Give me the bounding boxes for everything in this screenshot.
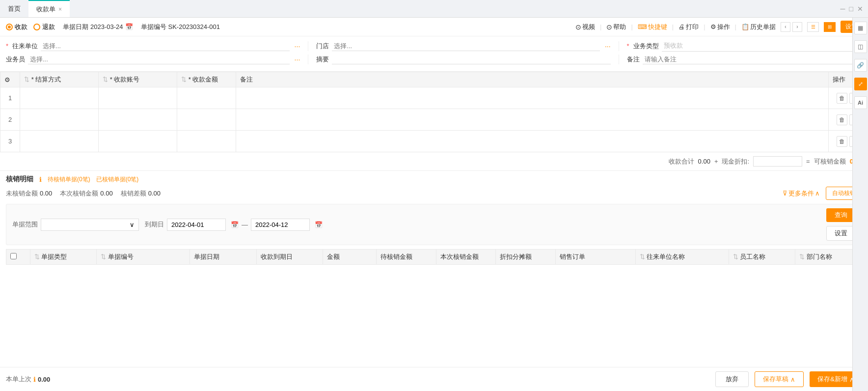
diff-label: 核销差额 [121,189,146,198]
salesman-more-icon[interactable]: ··· [295,56,300,63]
tab-home[interactable]: 首页 [0,0,28,17]
radio-receive[interactable]: 收款 [6,23,27,31]
row-1-remark[interactable] [236,87,829,109]
biz-type-select[interactable]: 预收款 ∨ [662,40,862,52]
row-3-delete-btn[interactable]: 🗑 [837,136,847,147]
due-date-from[interactable] [167,219,226,231]
toolbar-right: ⊙ 视频 | ⊙ 帮助 | ⌨ 快捷键 | 🖨 打印 | ⚙ 操作 [575,21,862,33]
col-duedate-header: 收款到期日 [256,250,323,265]
pending-tab[interactable]: 待核销单据(0笔) [48,175,90,184]
sort-icon-e: ⇅ [733,253,738,260]
window-max-icon[interactable]: □ [849,5,853,13]
radio-refund[interactable]: 退款 [33,23,55,31]
nav-next-btn[interactable]: › [792,22,802,32]
divider-3 [308,55,308,64]
nav-prev-btn[interactable]: ‹ [781,22,790,32]
remark-input[interactable] [643,55,862,64]
sidebar-icon-3[interactable]: 🔗 [854,59,867,72]
filter-settings-btn[interactable]: 设置 [826,226,856,241]
row-1-settle[interactable] [20,87,99,109]
row-2-delete-btn[interactable]: 🗑 [837,114,847,125]
this-order-label: 本单上次 [6,375,31,384]
save-draft-button[interactable]: 保存草稿 ∧ [755,371,804,387]
more-filter-link[interactable]: ⊽ 更多条件 ∧ [783,189,820,198]
help-link[interactable]: ⊙ 帮助 [606,23,626,31]
due-date-field: 到期日 📅 — 📅 [145,219,323,231]
total-value: 0.00 [698,158,710,165]
sidebar-ai-icon[interactable]: Ai [854,96,867,109]
col-remark-header: 备注 [236,72,829,87]
row-1-account[interactable] [99,87,177,109]
col-account-header: ⇅ * 收款账号 [99,72,177,87]
diff-value: 0.00 [148,190,161,197]
summary-input[interactable] [332,55,610,64]
company-more-icon[interactable]: ··· [295,42,300,50]
abandon-button[interactable]: 放弃 [715,371,749,387]
row-2-settle[interactable] [20,109,99,131]
footer-info-icon[interactable]: ℹ [33,376,36,383]
cal-from-icon[interactable]: 📅 [231,221,239,228]
sidebar-icon-2[interactable]: ◫ [854,40,867,53]
col-checkbox-header [6,250,30,265]
due-date-to[interactable] [251,219,310,231]
data-table: ⚙ ⇅ * 结算方式 ⇅ * 收款账号 ⇅ * 收款金额 备注 [0,72,868,152]
completed-tab[interactable]: 已核销单据(0笔) [96,175,139,184]
select-all-checkbox[interactable] [10,253,17,259]
window-min-icon[interactable]: ─ [841,5,845,13]
row-3-amount[interactable] [177,131,236,152]
verify-section: 核销明细 ℹ 待核销单据(0笔) 已核销单据(0笔) 未核销金额 0.00 本次… [0,171,868,367]
operation-link[interactable]: ⚙ 操作 [710,23,730,31]
verify-info-icon[interactable]: ℹ [39,176,42,183]
divider-1 [308,41,308,51]
tab-active[interactable]: 收款单 × [28,0,70,17]
col-settings-header[interactable]: ⚙ [0,72,20,87]
row-2-amount[interactable] [177,109,236,131]
row-2-remark[interactable] [236,109,829,131]
row-3-remark[interactable] [236,131,829,152]
verify-controls: ⊽ 更多条件 ∧ 自动核销 [783,187,862,200]
thistime-value: 0.00 [100,190,112,197]
store-more-icon[interactable]: ··· [605,42,611,50]
tab-close-icon[interactable]: × [58,6,62,13]
range-select[interactable]: ∨ [41,219,139,231]
window-close-icon[interactable]: ✕ [857,5,863,13]
right-sidebar: ▦ ◫ 🔗 ⤢ Ai [852,18,868,391]
row-3-account[interactable] [99,131,177,152]
discount-input[interactable] [753,156,802,167]
form-area: * 往来单位 ··· 门店 ··· * 业务类型 预收款 ∨ [0,36,868,72]
col-this-header: 本次核销金额 [436,250,496,265]
grid-menu-btn[interactable]: ⊞ [824,22,836,32]
row-1-delete-btn[interactable]: 🗑 [837,93,847,104]
footer-right: 放弃 保存草稿 ∧ 保存&新增 ∧ [715,371,862,387]
summary-row: 收款合计 0.00 + 现金折扣: = 可核销金额 0.00 [0,152,868,171]
sidebar-icon-1[interactable]: ▦ [854,22,867,34]
radio-group: 收款 退款 [6,23,55,31]
salesman-input[interactable] [28,55,290,64]
print-link[interactable]: 🖨 打印 [678,23,699,31]
table-area: ⚙ ⇅ * 结算方式 ⇅ * 收款账号 ⇅ * 收款金额 备注 [0,72,868,152]
row-3-num: 3 [0,131,20,152]
store-input[interactable] [332,41,600,51]
tab-home-label: 首页 [8,4,21,13]
sidebar-icon-4[interactable]: ⤢ [854,78,867,90]
shortcut-link[interactable]: ⌨ 快捷键 [638,23,667,31]
layout-menu-btn[interactable]: ☰ [807,22,819,32]
cal-to-icon[interactable]: 📅 [315,221,323,228]
sort-icon: ⇅ [24,76,29,83]
company-input[interactable] [41,41,290,51]
save-new-label: 保存&新增 [817,375,847,384]
video-link[interactable]: ⊙ 视频 [575,23,595,31]
company-required: * [6,42,8,50]
row-2-account[interactable] [99,109,177,131]
history-link[interactable]: 📋 历史单据 [741,23,776,31]
query-button[interactable]: 查询 [826,208,856,222]
row-3-settle[interactable] [20,131,99,152]
company-field: * 往来单位 ··· [6,41,300,51]
toolbar-number-field: 单据编号 SK-20230324-001 [141,23,220,31]
verify-title: 核销明细 [6,175,33,184]
row-1-amount[interactable] [177,87,236,109]
calendar-icon[interactable]: 📅 [125,23,133,30]
sort-icon-d: ⇅ [799,253,805,260]
radio-receive-label: 收款 [15,23,27,31]
date-dash: — [242,221,248,228]
